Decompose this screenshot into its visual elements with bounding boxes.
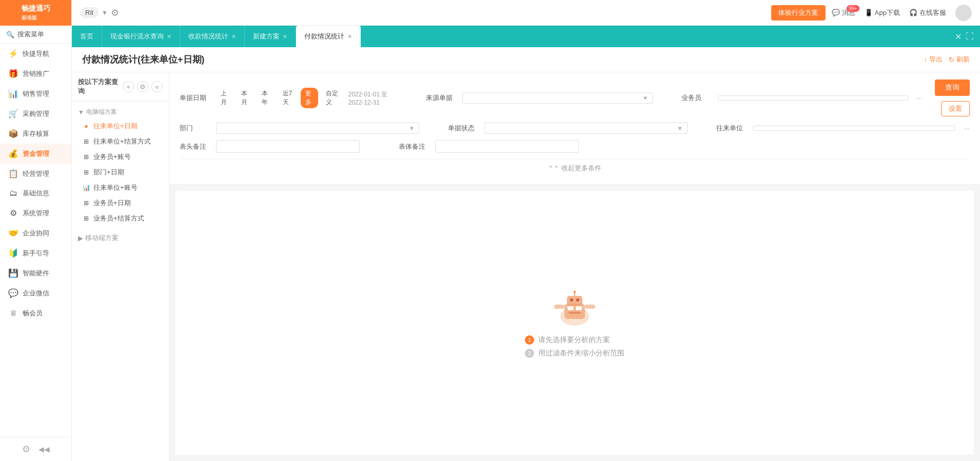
tab-receive-stats[interactable]: 收款情况统计 ✕ xyxy=(180,26,245,47)
sidebar-item-basic[interactable]: 🗂 基础信息 xyxy=(0,184,71,203)
tab-new-scheme-close[interactable]: ✕ xyxy=(283,33,287,40)
sidebar-item-system[interactable]: ⚙ 系统管理 xyxy=(0,203,71,223)
sidebar-item-guide[interactable]: 🔰 新手引导 xyxy=(0,243,71,263)
collapse-icon: ▼ xyxy=(78,109,84,116)
tab-receive-stats-close[interactable]: ✕ xyxy=(231,33,236,40)
scheme-item-partner-date[interactable]: ● 往来单位+日期 xyxy=(72,118,169,134)
filter-row-2: 部门 ▼ 单据状态 ▼ 往来单位 xyxy=(180,123,970,134)
scheme-collapse-btn[interactable]: « xyxy=(151,81,163,92)
empty-tip-1: 1 请先选择要分析的方案 xyxy=(525,335,624,345)
scheme-desktop-section: ▼ 电脑端方案 ● 往来单位+日期 ⊞ 往来单位+结算方式 ⊞ 业务员+账号 xyxy=(72,102,169,230)
staff-select[interactable] xyxy=(718,95,908,101)
refresh-btn[interactable]: ↻ 刷新 xyxy=(949,55,970,64)
topbar-username[interactable]: Rit xyxy=(80,7,99,18)
purchase-icon: 🛒 xyxy=(8,109,18,118)
scheme-item-staff-account[interactable]: ⊞ 业务员+账号 xyxy=(72,149,169,165)
scheme-item-active-icon: ● xyxy=(82,123,90,130)
sidebar-collapse-btn[interactable]: ◀◀ xyxy=(38,445,50,453)
topbar-app-download[interactable]: 📱 App下载 xyxy=(865,8,900,17)
date-tab-custom[interactable]: 自定义 xyxy=(321,87,343,109)
tab-bank-flow-close[interactable]: ✕ xyxy=(167,33,171,40)
tab-pay-stats-close[interactable]: ✕ xyxy=(347,33,352,40)
content-area: 付款情况统计(往来单位+日期) ↑ 导出 ↻ 刷新 按以下方案查询 + xyxy=(72,47,980,461)
logo-sub-text: 标准版 xyxy=(22,14,50,22)
trial-btn[interactable]: 体验行业方案 xyxy=(771,5,826,21)
tip-2-text: 用过滤条件来缩小分析范围 xyxy=(538,349,624,358)
sidebar-item-operation[interactable]: 📋 经营管理 xyxy=(0,164,71,184)
dept-select[interactable]: ▼ xyxy=(216,123,419,134)
date-tab-this-month[interactable]: 本月 xyxy=(237,87,254,109)
page-title: 付款情况统计(往来单位+日期) xyxy=(82,53,205,66)
scheme-item-label: 业务员+日期 xyxy=(93,198,131,208)
member-icon: ♕ xyxy=(8,308,18,318)
wechat-icon: 💬 xyxy=(8,288,18,298)
source-select[interactable]: ▼ xyxy=(462,92,653,104)
sidebar-item-member[interactable]: ♕ 畅会员 xyxy=(0,303,71,323)
filter-settings-btn[interactable]: 设置 xyxy=(941,101,970,116)
sidebar-item-label: 基础信息 xyxy=(23,189,49,198)
scheme-add-btn[interactable]: + xyxy=(123,81,134,92)
query-btn[interactable]: 查询 xyxy=(935,79,970,96)
scheme-desktop-title[interactable]: ▼ 电脑端方案 xyxy=(72,106,169,118)
sidebar-item-purchase[interactable]: 🛒 采购管理 xyxy=(0,104,71,124)
sidebar-item-label: 库存核算 xyxy=(23,129,49,138)
sidebar-item-collab[interactable]: 🤝 企业协同 xyxy=(0,223,71,243)
sidebar-item-label: 销售管理 xyxy=(23,89,49,98)
sidebar-settings-btn[interactable]: ⚙ xyxy=(22,444,30,455)
sidebar-item-quick-nav[interactable]: ⚡ 快捷导航 xyxy=(0,44,71,64)
tab-bank-flow[interactable]: 现金银行流水查询 ✕ xyxy=(102,26,180,47)
sidebar-bottom: ⚙ ◀◀ xyxy=(0,437,71,461)
scheme-mobile-section[interactable]: ▶ 移动端方案 xyxy=(72,230,169,246)
page-header: 付款情况统计(往来单位+日期) ↑ 导出 ↻ 刷新 xyxy=(72,47,980,72)
topbar-message[interactable]: 💬 消息 99+ xyxy=(832,8,855,17)
topbar-avatar[interactable] xyxy=(955,5,972,21)
topbar-settings-icon[interactable]: ⚙ xyxy=(111,7,119,18)
sidebar-item-label: 系统管理 xyxy=(23,209,49,218)
sidebar-item-inventory[interactable]: 📦 库存核算 xyxy=(0,124,71,144)
sidebar-item-label: 经营管理 xyxy=(23,169,49,178)
header-note-input[interactable] xyxy=(216,140,360,153)
sidebar-item-hardware[interactable]: 💾 智能硬件 xyxy=(0,263,71,283)
scheme-settings-btn[interactable]: ⚙ xyxy=(137,81,148,92)
sidebar-item-marketing[interactable]: 🎁 营销推广 xyxy=(0,64,71,84)
dept-label: 部门 xyxy=(180,124,208,133)
tab-bank-flow-label: 现金银行流水查询 xyxy=(110,32,164,41)
tab-home[interactable]: 首页 xyxy=(72,26,102,47)
quick-nav-icon: ⚡ xyxy=(8,49,18,58)
sidebar-item-label: 采购管理 xyxy=(23,109,49,118)
sidebar-search[interactable]: 🔍 搜索菜单 xyxy=(0,26,71,44)
tab-pay-stats[interactable]: 付款情况统计 ✕ xyxy=(296,26,361,47)
scheme-item-partner-account[interactable]: 📊 往来单位+账号 xyxy=(72,180,169,195)
topbar-online-service[interactable]: 🎧 在线客服 xyxy=(909,8,946,17)
sidebar-item-sales[interactable]: 📊 销售管理 xyxy=(0,84,71,104)
partner-select[interactable] xyxy=(753,126,956,131)
date-tab-last-month[interactable]: 上月 xyxy=(216,87,233,109)
sidebar-item-label: 企业协同 xyxy=(23,229,49,238)
partner-dots[interactable]: ··· xyxy=(964,124,970,132)
tab-close-all-btn[interactable]: ✕ xyxy=(955,32,962,42)
collapse-up-icon: ⌃⌃ xyxy=(548,165,559,172)
export-btn[interactable]: ↑ 导出 xyxy=(924,55,943,64)
scheme-item-label: 部门+日期 xyxy=(93,168,124,177)
sidebar-item-finance[interactable]: 💰 资金管理 xyxy=(0,144,71,164)
tab-new-scheme[interactable]: 新建方案 ✕ xyxy=(245,26,296,47)
scheme-item-dept-date[interactable]: ⊞ 部门+日期 xyxy=(72,165,169,180)
scheme-header-title: 按以下方案查询 xyxy=(78,77,123,96)
tab-pay-stats-label: 付款情况统计 xyxy=(304,32,344,41)
collapse-btn[interactable]: ⌃⌃ 收起更多条件 xyxy=(180,159,970,177)
date-tab-more[interactable]: 更多 xyxy=(301,88,318,108)
filter-row-3: 表头备注 表体备注 xyxy=(180,140,970,153)
scheme-item-label: 业务员+账号 xyxy=(93,152,131,162)
scheme-item-partner-settlement[interactable]: ⊞ 往来单位+结算方式 xyxy=(72,134,169,149)
tab-expand-btn[interactable]: ⛶ xyxy=(966,32,974,41)
date-tab-7days[interactable]: 近7天 xyxy=(278,87,298,109)
staff-dots[interactable]: ··· xyxy=(916,94,923,102)
scheme-item-staff-date[interactable]: ⊞ 业务员+日期 xyxy=(72,195,169,211)
sidebar-item-wechat[interactable]: 💬 企业微信 xyxy=(0,283,71,303)
topbar-dropdown-icon[interactable]: ▼ xyxy=(102,9,108,16)
body-note-input[interactable] xyxy=(435,140,579,153)
scheme-item-staff-settlement[interactable]: ⊞ 业务员+结算方式 xyxy=(72,211,169,226)
doc-status-select[interactable]: ▼ xyxy=(484,123,688,134)
scheme-header-actions: + ⚙ « xyxy=(123,81,163,92)
date-tab-this-year[interactable]: 本年 xyxy=(257,87,275,109)
